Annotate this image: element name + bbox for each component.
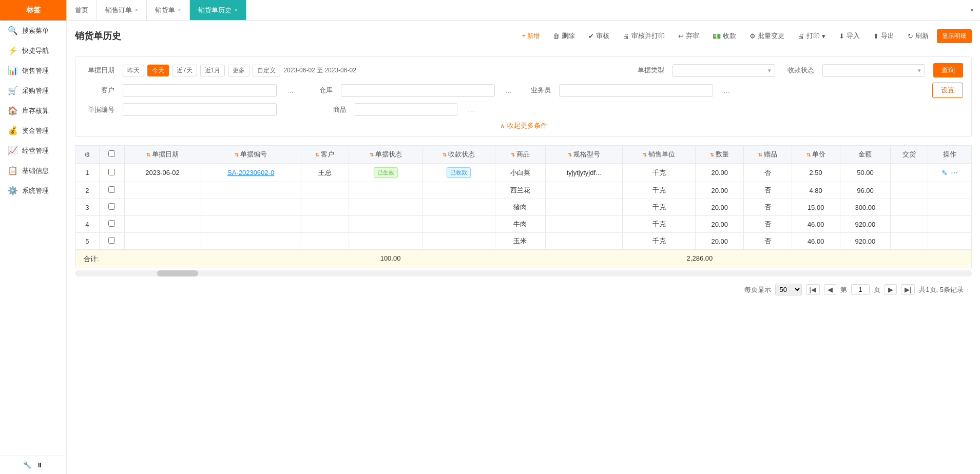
collect-button[interactable]: 💵 收款 bbox=[707, 29, 741, 43]
tab-home[interactable]: 首页 bbox=[67, 0, 97, 20]
cell-action[interactable] bbox=[928, 233, 972, 250]
doc-type-select[interactable] bbox=[672, 64, 775, 77]
th-doc-status[interactable]: 单据状态 bbox=[349, 146, 422, 164]
th-qty[interactable]: 数量 bbox=[696, 146, 744, 164]
th-gift[interactable]: 赠品 bbox=[744, 146, 792, 164]
cell-doc-no[interactable] bbox=[201, 216, 301, 233]
warehouse-dots[interactable]: … bbox=[505, 87, 512, 94]
collapse-button[interactable]: ∧ 收起更多条件 bbox=[84, 121, 963, 130]
audit-button[interactable]: ✔ 审核 bbox=[583, 29, 614, 43]
horizontal-scrollbar[interactable] bbox=[75, 270, 972, 276]
sidebar-item-quick-nav[interactable]: ⚡ 快捷导航 bbox=[0, 41, 66, 61]
cell-doc-no[interactable] bbox=[201, 182, 301, 199]
row-checkbox[interactable] bbox=[108, 169, 115, 175]
cell-checkbox[interactable] bbox=[99, 233, 124, 250]
new-button[interactable]: + 新增 bbox=[517, 29, 545, 43]
th-unit[interactable]: 销售单位 bbox=[622, 146, 695, 164]
sidebar-item-search-menu[interactable]: 🔍 搜索菜单 bbox=[0, 21, 66, 41]
display-detail-button[interactable]: 显示明细 bbox=[937, 29, 972, 43]
sidebar-bottom-icon1[interactable]: 🔧 bbox=[23, 461, 31, 469]
cell-action[interactable] bbox=[928, 199, 972, 216]
cell-doc-no[interactable]: SA-20230602-0 bbox=[201, 164, 301, 182]
tab-sales-goods[interactable]: 销货单 × bbox=[147, 0, 190, 20]
prev-page-btn[interactable]: ◀ bbox=[824, 284, 836, 295]
sidebar-item-sales-mgmt[interactable]: 📊 销售管理 bbox=[0, 61, 66, 81]
cell-checkbox[interactable] bbox=[99, 164, 124, 182]
sidebar-bottom-icon2[interactable]: ⏸ bbox=[36, 461, 43, 469]
tabs-close-all[interactable]: × bbox=[964, 0, 980, 20]
print-button[interactable]: 🖨 打印 ▾ bbox=[793, 29, 831, 43]
row-checkbox[interactable] bbox=[108, 186, 115, 193]
cell-checkbox[interactable] bbox=[99, 199, 124, 216]
batch-change-button[interactable]: ⚙ 批量变更 bbox=[744, 29, 790, 43]
salesperson-dots[interactable]: … bbox=[723, 87, 730, 94]
delete-button[interactable]: 🗑 删除 bbox=[548, 29, 580, 43]
set-button[interactable]: 设置 bbox=[932, 83, 963, 98]
date-btn-custom[interactable]: 自定义 bbox=[253, 65, 280, 76]
cell-rownum: 1 bbox=[75, 164, 100, 182]
salesperson-input[interactable] bbox=[559, 84, 713, 97]
cell-trade bbox=[891, 182, 928, 199]
select-all-checkbox[interactable] bbox=[108, 150, 115, 157]
cell-doc-no[interactable] bbox=[201, 233, 301, 250]
th-doc-no[interactable]: 单据编号 bbox=[201, 146, 301, 164]
cell-action[interactable] bbox=[928, 182, 972, 199]
sidebar-item-finance[interactable]: 💰 资金管理 bbox=[0, 121, 66, 141]
more-icon[interactable]: ⋯ bbox=[951, 169, 958, 177]
doc-no-link[interactable]: SA-20230602-0 bbox=[227, 169, 274, 176]
refresh-button[interactable]: ↻ 刷新 bbox=[902, 29, 934, 43]
audit-print-button[interactable]: 🖨 审核并打印 bbox=[618, 29, 670, 43]
cell-collect-status bbox=[422, 182, 495, 199]
th-customer[interactable]: 客户 bbox=[301, 146, 349, 164]
sidebar-item-inventory[interactable]: 🏠 库存核算 bbox=[0, 101, 66, 121]
per-page-select[interactable]: 50 100 200 bbox=[775, 284, 802, 295]
customer-dots[interactable]: … bbox=[287, 87, 294, 94]
cell-doc-no[interactable] bbox=[201, 199, 301, 216]
sidebar-item-purchase-mgmt[interactable]: 🛒 采购管理 bbox=[0, 81, 66, 101]
th-settings[interactable]: ⚙ bbox=[75, 146, 100, 164]
row-checkbox[interactable] bbox=[108, 237, 115, 244]
th-goods[interactable]: 商品 bbox=[495, 146, 545, 164]
data-table: ⚙ 单据日期 单据编号 客户 单据状态 收款状态 商品 规格型号 销售单位 数量… bbox=[75, 145, 972, 250]
cell-action[interactable]: ✎⋯ bbox=[928, 164, 972, 182]
next-page-btn[interactable]: ▶ bbox=[885, 284, 897, 295]
date-btn-1month[interactable]: 近1月 bbox=[200, 65, 225, 76]
current-page-input[interactable] bbox=[851, 284, 870, 295]
date-btn-7days[interactable]: 近7天 bbox=[172, 65, 197, 76]
date-btn-today[interactable]: 今天 bbox=[147, 65, 169, 76]
abandon-button[interactable]: ↩ 弃审 bbox=[673, 29, 704, 43]
first-page-btn[interactable]: |◀ bbox=[806, 284, 820, 295]
export-button[interactable]: ⬆ 导出 bbox=[868, 29, 899, 43]
cell-checkbox[interactable] bbox=[99, 216, 124, 233]
edit-icon[interactable]: ✎ bbox=[941, 169, 948, 177]
sidebar-item-sys-mgmt[interactable]: ⚙️ 系统管理 bbox=[0, 181, 66, 201]
goods-dots[interactable]: … bbox=[468, 106, 474, 113]
th-collect-status[interactable]: 收款状态 bbox=[422, 146, 495, 164]
th-spec[interactable]: 规格型号 bbox=[545, 146, 622, 164]
date-btn-yesterday[interactable]: 昨天 bbox=[123, 65, 144, 76]
import-button[interactable]: ⬇ 导入 bbox=[834, 29, 865, 43]
last-page-btn[interactable]: ▶| bbox=[901, 284, 915, 295]
collect-status-select[interactable] bbox=[822, 64, 925, 77]
sidebar-item-operations[interactable]: 📈 经营管理 bbox=[0, 141, 66, 161]
th-doc-date[interactable]: 单据日期 bbox=[124, 146, 201, 164]
tab-sales-history-close[interactable]: × bbox=[235, 7, 238, 13]
tab-sales-history[interactable]: 销货单历史 × bbox=[190, 0, 246, 20]
warehouse-input[interactable] bbox=[341, 84, 495, 97]
doc-no-input[interactable] bbox=[123, 103, 277, 116]
print-label: 打印 bbox=[806, 31, 820, 41]
query-button[interactable]: 查询 bbox=[933, 63, 963, 77]
row-checkbox[interactable] bbox=[108, 220, 115, 227]
customer-input[interactable] bbox=[123, 84, 277, 97]
tab-sales-goods-close[interactable]: × bbox=[178, 7, 181, 13]
goods-input[interactable] bbox=[355, 103, 457, 116]
tab-sales-order-close[interactable]: × bbox=[135, 7, 138, 13]
row-checkbox[interactable] bbox=[108, 203, 115, 210]
cell-checkbox[interactable] bbox=[99, 182, 124, 199]
th-unit-price[interactable]: 单价 bbox=[792, 146, 840, 164]
cell-action[interactable] bbox=[928, 216, 972, 233]
tab-sales-order[interactable]: 销售订单 × bbox=[97, 0, 147, 20]
date-btn-more[interactable]: 更多 bbox=[228, 65, 249, 76]
sidebar-item-basic-info[interactable]: 📋 基础信息 bbox=[0, 161, 66, 181]
delete-icon: 🗑 bbox=[553, 32, 560, 40]
